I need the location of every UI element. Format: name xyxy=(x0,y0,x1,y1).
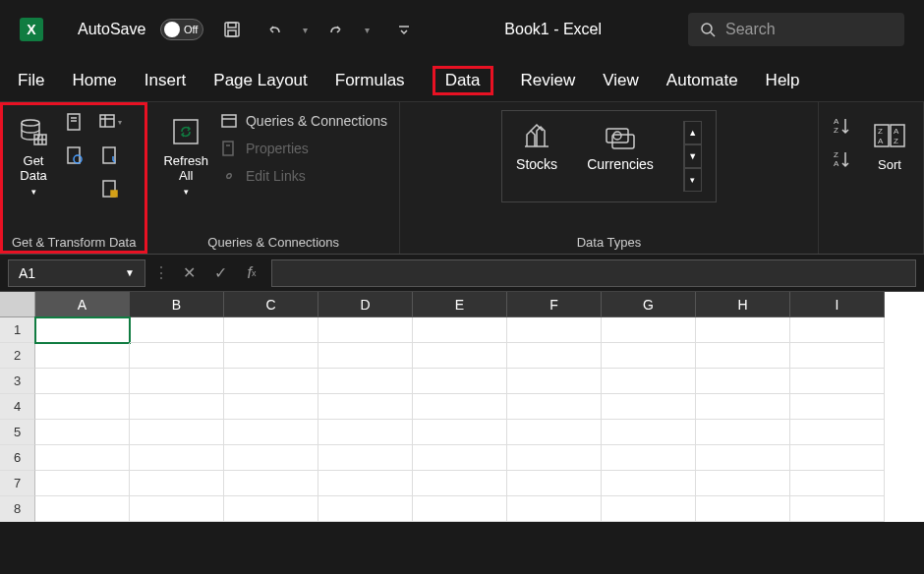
cell[interactable] xyxy=(130,445,224,471)
col-header[interactable]: A xyxy=(35,292,130,317)
customize-qat-icon[interactable] xyxy=(390,16,418,43)
cell[interactable] xyxy=(507,496,602,522)
cell[interactable] xyxy=(413,394,507,420)
sort-button[interactable]: ZAAZ Sort xyxy=(868,114,911,176)
row-header[interactable]: 3 xyxy=(0,369,35,394)
properties-button[interactable]: Properties xyxy=(220,140,387,157)
row-header[interactable]: 6 xyxy=(0,445,35,471)
col-header[interactable]: I xyxy=(790,292,885,317)
cell[interactable] xyxy=(602,445,696,471)
datatypes-scroll-down[interactable]: ▼ xyxy=(684,144,702,168)
sort-asc-button[interactable]: AZ xyxy=(831,114,854,138)
col-header[interactable]: F xyxy=(507,292,602,317)
cell[interactable] xyxy=(413,369,507,394)
edit-links-button[interactable]: Edit Links xyxy=(220,167,387,185)
cell[interactable] xyxy=(130,496,224,522)
cell[interactable] xyxy=(224,496,318,522)
from-web-icon[interactable] xyxy=(63,144,87,167)
col-header[interactable]: G xyxy=(602,292,696,317)
cell[interactable] xyxy=(413,420,507,445)
col-header[interactable]: C xyxy=(224,292,318,317)
cell[interactable] xyxy=(602,394,696,420)
cell[interactable] xyxy=(35,317,130,343)
tab-automate[interactable]: Automate xyxy=(666,67,738,94)
cell[interactable] xyxy=(318,317,413,343)
cell[interactable] xyxy=(318,420,413,445)
cell[interactable] xyxy=(130,394,224,420)
refresh-all-button[interactable]: Refresh All ▾ xyxy=(159,110,212,201)
cell[interactable] xyxy=(413,317,507,343)
cell[interactable] xyxy=(413,343,507,369)
cell[interactable] xyxy=(413,445,507,471)
datatypes-expand[interactable]: ▾ xyxy=(684,168,702,192)
tab-formulas[interactable]: Formulas xyxy=(335,67,405,94)
cell[interactable] xyxy=(224,343,318,369)
cell[interactable] xyxy=(130,343,224,369)
cell[interactable] xyxy=(413,471,507,496)
col-header[interactable]: E xyxy=(413,292,507,317)
tab-file[interactable]: File xyxy=(18,67,44,94)
get-data-button[interactable]: Get Data ▾ xyxy=(12,110,55,201)
redo-icon[interactable] xyxy=(322,16,350,43)
cell[interactable] xyxy=(790,343,885,369)
cell[interactable] xyxy=(602,496,696,522)
cell[interactable] xyxy=(224,369,318,394)
cell[interactable] xyxy=(507,317,602,343)
cell[interactable] xyxy=(35,420,130,445)
cell[interactable] xyxy=(35,369,130,394)
formula-input[interactable] xyxy=(271,259,916,287)
save-icon[interactable] xyxy=(218,16,246,43)
cell[interactable] xyxy=(602,471,696,496)
cell[interactable] xyxy=(507,420,602,445)
datatypes-scroll-up[interactable]: ▲ xyxy=(684,121,702,144)
cell[interactable] xyxy=(35,496,130,522)
autosave-toggle[interactable]: Off xyxy=(160,19,203,40)
cell[interactable] xyxy=(507,471,602,496)
col-header[interactable]: D xyxy=(318,292,413,317)
undo-icon[interactable] xyxy=(260,16,288,43)
cell[interactable] xyxy=(224,394,318,420)
cell[interactable] xyxy=(602,317,696,343)
cancel-formula-button[interactable]: ✕ xyxy=(177,261,201,285)
cell[interactable] xyxy=(318,369,413,394)
cell[interactable] xyxy=(130,369,224,394)
cell[interactable] xyxy=(602,369,696,394)
cell[interactable] xyxy=(696,445,790,471)
cell[interactable] xyxy=(790,369,885,394)
cell[interactable] xyxy=(507,369,602,394)
cell[interactable] xyxy=(318,394,413,420)
cell[interactable] xyxy=(602,343,696,369)
name-box[interactable]: A1 ▼ xyxy=(8,259,145,287)
cell[interactable] xyxy=(224,317,318,343)
from-table-icon[interactable]: ▾ xyxy=(98,110,122,134)
select-all-corner[interactable] xyxy=(0,292,35,317)
cell[interactable] xyxy=(224,445,318,471)
cell[interactable] xyxy=(35,394,130,420)
cell[interactable] xyxy=(696,496,790,522)
currencies-button[interactable]: Currencies xyxy=(587,121,654,192)
cell[interactable] xyxy=(130,471,224,496)
cell[interactable] xyxy=(35,471,130,496)
cell[interactable] xyxy=(602,420,696,445)
cell[interactable] xyxy=(790,471,885,496)
sort-desc-button[interactable]: ZA xyxy=(831,147,854,171)
cell[interactable] xyxy=(696,471,790,496)
from-text-icon[interactable] xyxy=(63,110,87,134)
cell[interactable] xyxy=(790,445,885,471)
cell[interactable] xyxy=(696,394,790,420)
cell[interactable] xyxy=(696,317,790,343)
tab-review[interactable]: Review xyxy=(521,67,576,94)
stocks-button[interactable]: Stocks xyxy=(516,121,557,192)
enter-formula-button[interactable]: ✓ xyxy=(208,261,232,285)
cell[interactable] xyxy=(507,394,602,420)
existing-connections-icon[interactable] xyxy=(98,177,122,201)
cell[interactable] xyxy=(507,343,602,369)
row-header[interactable]: 8 xyxy=(0,496,35,522)
cell[interactable] xyxy=(318,445,413,471)
cell[interactable] xyxy=(696,369,790,394)
tab-page-layout[interactable]: Page Layout xyxy=(213,67,307,94)
row-header[interactable]: 5 xyxy=(0,420,35,445)
cell[interactable] xyxy=(35,445,130,471)
cell[interactable] xyxy=(696,343,790,369)
cell[interactable] xyxy=(696,420,790,445)
